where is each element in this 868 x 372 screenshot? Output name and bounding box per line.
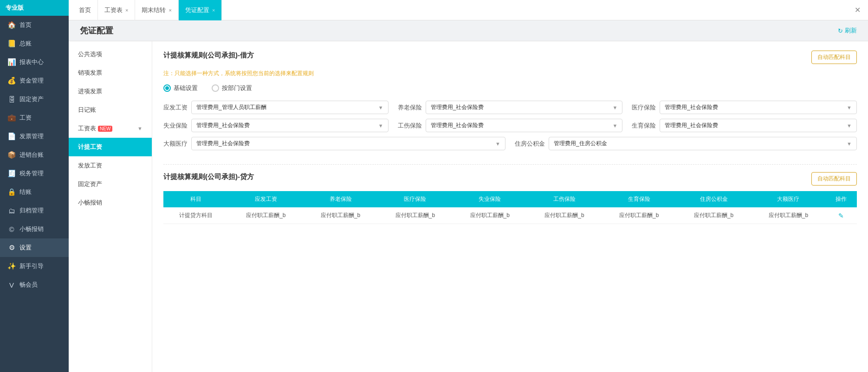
form-item-unemployment: 失业保险 管理费用_社会保险费 ▼ <box>163 119 389 132</box>
sidebar-label-vip: 畅会员 <box>19 281 38 289</box>
table-cell-1: 应付职工薪酬_b <box>228 207 303 224</box>
tab-close-payroll[interactable]: × <box>125 7 128 13</box>
form-label-pension: 养老保险 <box>398 103 422 112</box>
refresh-icon: ↻ <box>838 27 843 34</box>
form-item-salary: 应发工资 管理费用_管理人员职工薪酬 ▼ <box>163 101 389 114</box>
tab-voucher-config[interactable]: 凭证配置× <box>179 0 222 20</box>
left-nav-label-issue-salary: 发放工资 <box>78 161 102 170</box>
left-nav-label-payroll-table: 工资表NEW <box>78 124 112 133</box>
radio-basic[interactable]: 基础设置 <box>163 84 198 92</box>
sidebar-item-ledger[interactable]: 📒总账 <box>0 34 69 53</box>
sidebar-item-settings[interactable]: ⚙设置 <box>0 238 69 257</box>
sidebar-icon-settings: ⚙ <box>7 244 16 252</box>
sidebar-item-close[interactable]: 🔒结账 <box>0 183 69 201</box>
form-select-extra-medical[interactable]: 管理费用_社会保险费 ▼ <box>191 137 505 150</box>
th-操作: 操作 <box>826 191 857 207</box>
form-select-maternity[interactable]: 管理费用_社会保险费 ▼ <box>660 119 857 132</box>
form-select-housing[interactable]: 管理费用_住房公积金 ▼ <box>549 137 857 150</box>
form-select-medical[interactable]: 管理费用_社会保险费 ▼ <box>660 101 857 114</box>
sidebar-label-report: 报表中心 <box>19 58 44 66</box>
tab-close-voucher-config[interactable]: × <box>212 7 215 13</box>
auto-match-debit-button[interactable]: 自动匹配科目 <box>811 51 857 64</box>
table-cell-4: 应付职工薪酬_b <box>453 207 527 224</box>
tab-payroll[interactable]: 工资表× <box>98 0 135 20</box>
form-select-extra-medical-value: 管理费用_社会保险费 <box>196 140 250 148</box>
form-label-unemployment: 失业保险 <box>163 122 188 130</box>
left-nav-item-journal[interactable]: 日记账 <box>69 101 152 119</box>
sidebar: 专业版 🏠首页📒总账📊报表中心💰资金管理🗄固定资产💼工资📄发票管理📦进销台账🧾税… <box>0 0 69 372</box>
sidebar-item-fund[interactable]: 💰资金管理 <box>0 71 69 90</box>
sidebar-item-report[interactable]: 📊报表中心 <box>0 53 69 71</box>
form-select-salary[interactable]: 管理费用_管理人员职工薪酬 ▼ <box>191 101 389 114</box>
table-cell-5: 应付职工薪酬_b <box>527 207 602 224</box>
left-nav-item-accrual-salary[interactable]: 计提工资 <box>69 138 152 156</box>
tab-close-period-close[interactable]: × <box>168 7 171 13</box>
form-label-extra-medical: 大额医疗 <box>163 140 188 148</box>
nav-arrow-payroll-table: ▼ <box>137 126 143 131</box>
section-debit-title: 计提核算规则(公司承担)-借方 <box>163 51 254 60</box>
sidebar-label-salary: 工资 <box>19 114 32 122</box>
sidebar-icon-xiaochang: © <box>7 225 16 233</box>
sidebar-item-tax[interactable]: 🧾税务管理 <box>0 164 69 183</box>
global-close-button[interactable]: ✕ <box>851 6 864 14</box>
section-debit: 计提核算规则(公司承担)-借方 自动匹配科目 注：只能选择一种方式，系统将按照您… <box>163 51 857 150</box>
form-select-unemployment[interactable]: 管理费用_社会保险费 ▼ <box>191 119 389 132</box>
sidebar-label-home: 首页 <box>19 21 32 29</box>
sidebar-item-purchase[interactable]: 📦进销台账 <box>0 146 69 164</box>
sidebar-label-xiaochang: 小畅报销 <box>19 225 44 233</box>
section-credit-title: 计提核算规则(公司承担)-贷方 <box>163 173 254 181</box>
radio-basic-label: 基础设置 <box>174 84 198 92</box>
form-select-housing-value: 管理费用_住房公积金 <box>554 140 607 148</box>
sidebar-item-invoice[interactable]: 📄发票管理 <box>0 127 69 146</box>
auto-match-credit-button[interactable]: 自动匹配科目 <box>811 172 857 186</box>
sidebar-label-guide: 新手引导 <box>19 262 44 270</box>
select-arrow-salary: ▼ <box>378 105 383 110</box>
tab-home[interactable]: 首页 <box>72 0 98 20</box>
radio-basic-dot <box>165 86 169 90</box>
left-nav-item-sales-invoice[interactable]: 销项发票 <box>69 64 152 82</box>
left-nav-item-public[interactable]: 公共选项 <box>69 45 152 64</box>
form-label-salary: 应发工资 <box>163 103 188 112</box>
form-item-extra-medical: 大额医疗 管理费用_社会保险费 ▼ <box>163 137 505 150</box>
left-nav-label-accrual-salary: 计提工资 <box>78 143 102 151</box>
left-nav-item-xiaochang-expense[interactable]: 小畅报销 <box>69 193 152 212</box>
left-nav-item-payroll-table[interactable]: 工资表NEW▼ <box>69 119 152 138</box>
credit-table-head: 科目应发工资养老保险医疗保险失业保险工伤保险生育保险住房公积金大额医疗操作 <box>163 191 857 207</box>
form-select-injury[interactable]: 管理费用_社会保险费 ▼ <box>426 119 623 132</box>
left-nav-item-issue-salary[interactable]: 发放工资 <box>69 156 152 175</box>
form-grid-row1: 应发工资 管理费用_管理人员职工薪酬 ▼ 养老保险 管理费用_社会保险费 ▼ <box>163 101 857 114</box>
table-cell-8: 应付职工薪酬_b <box>751 207 826 224</box>
sidebar-item-guide[interactable]: ✨新手引导 <box>0 257 69 276</box>
left-nav-label-public: 公共选项 <box>78 50 102 58</box>
radio-basic-circle <box>163 84 171 92</box>
section-credit-header: 计提核算规则(公司承担)-贷方 自动匹配科目 <box>163 172 857 186</box>
table-row: 计提贷方科目应付职工薪酬_b应付职工薪酬_b应付职工薪酬_b应付职工薪酬_b应付… <box>163 207 857 224</box>
refresh-button[interactable]: ↻ 刷新 <box>838 26 857 35</box>
form-item-medical: 医疗保险 管理费用_社会保险费 ▼ <box>632 101 857 114</box>
sidebar-item-xiaochang[interactable]: ©小畅报销 <box>0 220 69 238</box>
form-label-medical: 医疗保险 <box>632 103 656 112</box>
sidebar-icon-tax: 🧾 <box>7 169 16 178</box>
edit-icon[interactable]: ✎ <box>838 212 844 219</box>
select-arrow-pension: ▼ <box>612 105 617 110</box>
sidebar-label-ledger: 总账 <box>19 39 32 48</box>
form-item-maternity: 生育保险 管理费用_社会保险费 ▼ <box>632 119 857 132</box>
tab-period-close[interactable]: 期末结转× <box>135 0 178 20</box>
form-item-injury: 工伤保险 管理费用_社会保险费 ▼ <box>398 119 623 132</box>
sidebar-item-vip[interactable]: V畅会员 <box>0 276 69 294</box>
form-select-pension[interactable]: 管理费用_社会保险费 ▼ <box>426 101 623 114</box>
sidebar-icon-invoice: 📄 <box>7 132 16 141</box>
radio-dept[interactable]: 按部门设置 <box>212 84 252 92</box>
select-arrow-unemployment: ▼ <box>378 123 383 128</box>
sidebar-item-asset[interactable]: 🗄固定资产 <box>0 90 69 109</box>
sidebar-item-home[interactable]: 🏠首页 <box>0 16 69 34</box>
form-label-injury: 工伤保险 <box>398 122 422 130</box>
form-select-unemployment-value: 管理费用_社会保险费 <box>196 122 250 129</box>
left-nav-item-purchase-invoice[interactable]: 进项发票 <box>69 82 152 101</box>
sidebar-item-salary[interactable]: 💼工资 <box>0 109 69 127</box>
left-nav-item-fixed-asset[interactable]: 固定资产 <box>69 175 152 193</box>
sidebar-icon-ledger: 📒 <box>7 39 16 48</box>
sidebar-label-purchase: 进销台账 <box>19 151 44 159</box>
sidebar-item-archive[interactable]: 🗂归档管理 <box>0 201 69 220</box>
form-grid-row3: 大额医疗 管理费用_社会保险费 ▼ 住房公积金 管理费用_住房公积金 ▼ <box>163 137 857 150</box>
